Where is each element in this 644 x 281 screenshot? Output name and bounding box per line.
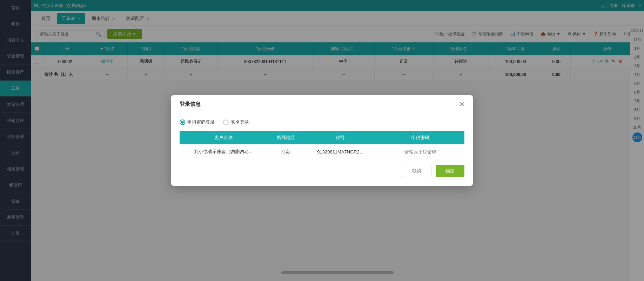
radio-option-realname[interactable]: 实名登录 (223, 119, 249, 125)
login-info-table: 客户名称 所属地区 税号 个税密码 刘小艳演示账套（勿删勿动... 江苏 913… (180, 131, 464, 159)
tax-pwd-input[interactable] (382, 149, 459, 155)
dialog-header: 登录信息 ✕ (171, 95, 473, 112)
radio-option-pwd[interactable]: 申报密码登录 (180, 119, 215, 125)
login-table-row: 刘小艳演示账套（勿删勿动... 江苏 91320811MA7NGR2... (180, 144, 464, 159)
dialog-body: 申报密码登录 实名登录 客户名称 所属地区 税号 个税密码 (171, 112, 473, 159)
region-cell: 江苏 (267, 144, 304, 159)
radio-group: 申报密码登录 实名登录 (180, 119, 464, 125)
radio-realname-label: 实名登录 (231, 119, 249, 125)
tax-pwd-cell[interactable] (376, 144, 464, 159)
modal-overlay: 登录信息 ✕ 申报密码登录 实名登录 客户名称 所属 (0, 0, 644, 281)
col-region: 所属地区 (267, 131, 304, 144)
confirm-button[interactable]: 确定 (436, 165, 464, 177)
dialog-close-button[interactable]: ✕ (459, 101, 464, 108)
dialog-title: 登录信息 (180, 101, 201, 108)
radio-pwd-circle (180, 119, 185, 125)
dialog-footer: 取消 确定 (171, 159, 473, 177)
tax-id-cell: 91320811MA7NGR2... (304, 144, 376, 159)
login-dialog: 登录信息 ✕ 申报密码登录 实名登录 客户名称 所属 (171, 95, 473, 186)
col-tax-pwd: 个税密码 (376, 131, 464, 144)
radio-realname-circle (223, 119, 229, 125)
cancel-button[interactable]: 取消 (402, 165, 431, 177)
client-name-cell: 刘小艳演示账套（勿删勿动... (180, 144, 267, 159)
col-tax-id: 税号 (304, 131, 376, 144)
radio-pwd-label: 申报密码登录 (187, 119, 215, 125)
col-client-name: 客户名称 (180, 131, 267, 144)
